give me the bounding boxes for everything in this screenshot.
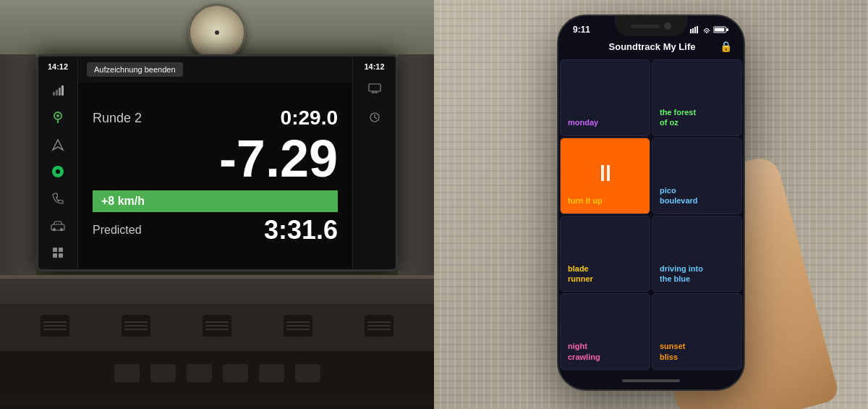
screen-sidebar: 14:12 — [38, 56, 78, 269]
cell-label-pico: picoboulevard — [660, 185, 734, 206]
svg-point-11 — [53, 228, 56, 231]
speedometer-area — [0, 0, 434, 58]
screen-right: 14:12 — [352, 56, 396, 269]
lap-time: 0:29.0 — [281, 106, 338, 130]
screen-top-bar: Aufzeichnung beenden — [78, 56, 352, 83]
cell-label-blade-runner: bladerunner — [568, 263, 642, 284]
screen-time-left: 14:12 — [48, 62, 68, 71]
grid-cell-pico[interactable]: picoboulevard — [652, 138, 742, 214]
fabric-background: 9:11 — [434, 0, 868, 409]
svg-rect-15 — [53, 253, 57, 258]
svg-point-9 — [56, 169, 60, 174]
screen-right-icon1 — [363, 77, 386, 100]
status-time: 9:11 — [573, 25, 590, 35]
sidebar-icon-maps[interactable] — [46, 106, 69, 127]
sidebar-icon-car[interactable] — [46, 215, 69, 236]
cell-label-driving: driving intothe blue — [660, 263, 734, 284]
notch-speaker — [631, 25, 660, 28]
vent-1 — [41, 315, 69, 337]
stop-recording-button[interactable]: Aufzeichnung beenden — [87, 62, 183, 77]
pause-icon: ⏸ — [594, 159, 617, 186]
cell-label-night-crawling: nightcrawling — [568, 341, 642, 362]
svg-rect-0 — [53, 92, 55, 96]
phone-bottom-bar — [558, 371, 744, 389]
ctrl-btn-3[interactable] — [187, 364, 212, 382]
speedometer — [188, 4, 246, 62]
vent-4 — [284, 315, 312, 337]
car-display-panel: 14:12 — [0, 0, 434, 409]
ctrl-btn-4[interactable] — [223, 364, 248, 382]
grid-cell-forest[interactable]: the forestof oz — [652, 59, 742, 136]
vent-3 — [203, 315, 231, 337]
screen-main: Aufzeichnung beenden Runde 2 0:29.0 -7.2… — [78, 56, 352, 269]
phone-app-header: Soundtrack My Life 🔒 — [558, 38, 744, 58]
svg-point-26 — [706, 32, 707, 33]
notch-camera — [664, 22, 671, 30]
grid-cell-driving[interactable]: driving intothe blue — [652, 216, 742, 292]
grid-cell-blade-runner[interactable]: bladerunner — [560, 216, 650, 292]
svg-rect-28 — [715, 28, 725, 32]
ctrl-btn-5[interactable] — [259, 364, 284, 382]
predicted-time: 3:31.6 — [264, 215, 338, 245]
cell-label-monday: monday — [568, 117, 642, 127]
lap-label: Runde 2 — [93, 111, 142, 126]
ctrl-btn-6[interactable] — [295, 364, 320, 382]
lock-icon: 🔒 — [720, 41, 732, 52]
phone-panel: 9:11 — [434, 0, 868, 409]
app-title: Soundtrack My Life — [584, 41, 720, 52]
grid-cell-night-crawling[interactable]: nightcrawling — [560, 293, 650, 370]
status-icons — [690, 26, 729, 33]
grid-cell-sunset-bliss[interactable]: sunsetbliss — [652, 293, 742, 370]
sidebar-icon-grid[interactable] — [46, 243, 69, 263]
steering-column-right — [398, 54, 434, 297]
svg-rect-17 — [369, 84, 380, 91]
cell-label-forest: the forestof oz — [660, 107, 734, 128]
lap-row: Runde 2 0:29.0 — [93, 106, 338, 130]
ctrl-btn-2[interactable] — [150, 364, 176, 382]
vent-2 — [122, 315, 150, 337]
sidebar-icon-nav[interactable] — [46, 134, 69, 155]
svg-rect-29 — [726, 28, 728, 31]
screen-time-right: 14:12 — [364, 62, 384, 71]
sidebar-icon-signal — [46, 80, 69, 101]
home-indicator — [622, 379, 680, 382]
grid-cell-turn-it-up[interactable]: ⏸ turn it up — [560, 138, 650, 214]
speed-diff: +8 km/h — [101, 195, 145, 208]
predicted-label: Predicted — [93, 224, 142, 237]
phone-frame: 9:11 — [557, 14, 745, 391]
svg-rect-3 — [61, 85, 64, 96]
svg-rect-24 — [694, 27, 696, 33]
svg-marker-7 — [53, 140, 63, 150]
svg-rect-16 — [59, 253, 63, 258]
svg-rect-23 — [692, 28, 694, 33]
steering-column-left — [0, 54, 36, 297]
ctrl-btn-1[interactable] — [114, 364, 140, 382]
svg-rect-22 — [690, 29, 692, 33]
svg-rect-25 — [697, 26, 698, 33]
green-bar: +8 km/h — [93, 190, 338, 212]
sidebar-icon-music[interactable] — [46, 161, 69, 182]
vent-5 — [365, 315, 393, 337]
control-buttons-row — [0, 351, 434, 395]
svg-rect-2 — [59, 88, 61, 96]
cell-label-turn-it-up: turn it up — [568, 195, 642, 206]
svg-rect-1 — [56, 90, 58, 96]
big-number: -7.29 — [93, 132, 338, 185]
screen-content: Runde 2 0:29.0 -7.29 +8 km/h Predicted 3… — [78, 83, 352, 269]
svg-point-12 — [60, 228, 63, 231]
car-vents-row — [0, 304, 434, 347]
phone-screen: 9:11 — [558, 16, 744, 389]
svg-point-5 — [56, 114, 59, 117]
car-screen-wrapper: 14:12 — [36, 54, 398, 271]
phone-notch — [615, 16, 687, 36]
cell-label-sunset-bliss: sunsetbliss — [660, 341, 734, 362]
app-grid: monday the forestof oz ⏸ turn it up pico… — [558, 58, 744, 371]
car-screen: 14:12 — [38, 56, 396, 269]
grid-cell-monday[interactable]: monday — [560, 59, 650, 136]
svg-rect-13 — [53, 248, 57, 252]
predicted-row: Predicted 3:31.6 — [93, 215, 338, 245]
sidebar-icon-phone[interactable] — [46, 188, 69, 209]
svg-rect-14 — [59, 248, 63, 252]
screen-right-icon2 — [363, 106, 386, 129]
